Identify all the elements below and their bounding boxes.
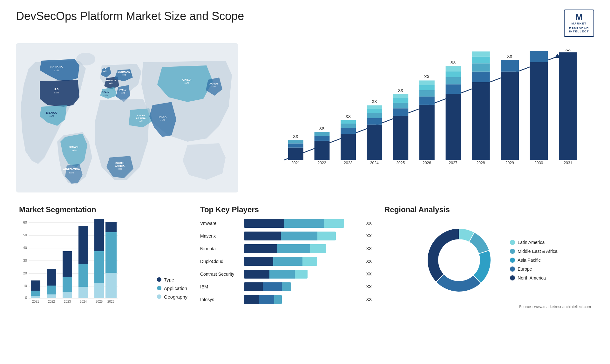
svg-rect-36 (288, 147, 303, 160)
svg-text:30: 30 (23, 259, 27, 262)
svg-text:2026: 2026 (423, 161, 431, 165)
svg-text:xx%: xx% (118, 168, 122, 170)
svg-rect-117 (47, 286, 56, 294)
svg-rect-61 (393, 103, 408, 108)
svg-text:0: 0 (25, 296, 27, 300)
player-xx-label: XX (366, 282, 372, 291)
regional-legend-item: Asia Pacific (510, 258, 557, 263)
svg-text:XX: XX (507, 54, 512, 59)
player-row: MaverixXX (200, 232, 372, 240)
logo-letter: M (575, 13, 583, 22)
svg-rect-53 (367, 118, 382, 125)
player-row: Contrast SecurityXX (200, 270, 372, 279)
svg-text:JAPAN: JAPAN (209, 82, 218, 85)
svg-rect-83 (472, 57, 490, 63)
player-name: DuploCloud (200, 259, 241, 264)
svg-text:2023: 2023 (64, 300, 71, 303)
svg-rect-38 (288, 140, 303, 143)
svg-text:xx%: xx% (103, 94, 107, 96)
svg-rect-48 (341, 124, 356, 128)
svg-rect-77 (446, 66, 461, 71)
player-bar (244, 282, 362, 291)
svg-rect-122 (63, 251, 72, 277)
svg-rect-42 (315, 136, 330, 141)
player-xx-label: XX (366, 270, 372, 279)
svg-rect-84 (472, 51, 490, 57)
header: DevSecOps Platform Market Size and Scope… (16, 10, 594, 37)
svg-rect-134 (105, 273, 117, 298)
svg-text:xx%: xx% (139, 120, 143, 122)
segmentation-legend: Type Application Geography (157, 277, 187, 309)
svg-text:xx%: xx% (103, 70, 107, 72)
svg-rect-118 (47, 269, 56, 286)
svg-rect-92 (530, 51, 548, 62)
regional-legend-label: North America (518, 275, 546, 280)
svg-text:10: 10 (23, 284, 27, 288)
svg-rect-69 (419, 85, 435, 90)
regional-legend-label: Middle East & Africa (518, 249, 557, 254)
svg-text:2025: 2025 (96, 300, 103, 303)
player-bar (244, 295, 362, 304)
svg-point-1 (76, 53, 95, 65)
bottom-section: Market Segmentation 60 50 40 30 20 10 0 (16, 202, 594, 335)
svg-rect-87 (501, 71, 519, 160)
regional-legend-label: Asia Pacific (518, 258, 540, 263)
player-row: IBMXX (200, 282, 372, 291)
svg-text:CHINA: CHINA (182, 78, 192, 81)
svg-text:XX: XX (424, 74, 429, 79)
svg-rect-52 (367, 125, 382, 160)
svg-text:40: 40 (23, 246, 27, 250)
bar-chart: XX 2021 XX 2022 XX 2023 XX 2024 (245, 43, 594, 192)
svg-text:2024: 2024 (370, 161, 379, 165)
player-bar (244, 257, 362, 266)
svg-rect-116 (47, 294, 56, 298)
svg-text:2028: 2028 (477, 161, 485, 165)
regional-inner: Latin AmericaMiddle East & AfricaAsia Pa… (384, 219, 591, 301)
svg-text:2025: 2025 (396, 161, 405, 165)
svg-rect-54 (367, 113, 382, 118)
regional-legend-item: Europe (510, 266, 557, 272)
svg-rect-62 (393, 98, 408, 103)
svg-rect-136 (105, 222, 117, 232)
svg-rect-75 (446, 77, 461, 84)
svg-text:2022: 2022 (318, 161, 326, 165)
svg-rect-121 (63, 277, 72, 292)
svg-text:xx%: xx% (184, 82, 189, 84)
svg-text:XX: XX (319, 126, 324, 131)
svg-rect-125 (78, 264, 88, 287)
svg-rect-60 (393, 108, 408, 116)
player-name: Nirmata (200, 246, 241, 251)
player-xx-label: XX (366, 295, 372, 304)
svg-text:XX: XX (451, 60, 456, 64)
svg-rect-74 (446, 84, 461, 94)
svg-rect-114 (31, 280, 40, 291)
svg-text:2023: 2023 (344, 161, 352, 165)
player-row: DuploCloudXX (200, 257, 372, 266)
legend-type: Type (157, 277, 187, 282)
players-section: Top Key Players VmwareXXMaverixXXNirmata… (197, 202, 375, 335)
svg-text:2029: 2029 (505, 161, 514, 165)
svg-text:SPAIN: SPAIN (102, 91, 109, 94)
svg-text:AFRICA: AFRICA (115, 165, 125, 167)
svg-text:2021: 2021 (32, 300, 39, 303)
regional-legend-label: Latin America (518, 240, 545, 245)
svg-text:ITALY: ITALY (119, 89, 126, 91)
logo: M MARKET RESEARCH INTELLECT (564, 10, 594, 37)
legend-application-dot (157, 286, 161, 290)
svg-rect-55 (367, 109, 382, 113)
svg-rect-82 (472, 63, 490, 71)
svg-rect-120 (63, 292, 72, 298)
regional-title: Regional Analysis (384, 205, 591, 214)
svg-text:xx%: xx% (49, 115, 54, 118)
svg-text:xx%: xx% (109, 82, 113, 84)
svg-text:XX: XX (398, 88, 403, 93)
svg-rect-91 (530, 62, 548, 160)
svg-text:SAUDI: SAUDI (137, 114, 145, 117)
svg-text:xx%: xx% (54, 91, 59, 94)
svg-text:CANADA: CANADA (51, 65, 63, 69)
svg-text:2027: 2027 (449, 161, 458, 165)
svg-text:XX: XX (346, 114, 351, 119)
svg-rect-95 (559, 52, 577, 160)
player-name: IBM (200, 284, 241, 289)
svg-rect-124 (78, 287, 88, 298)
